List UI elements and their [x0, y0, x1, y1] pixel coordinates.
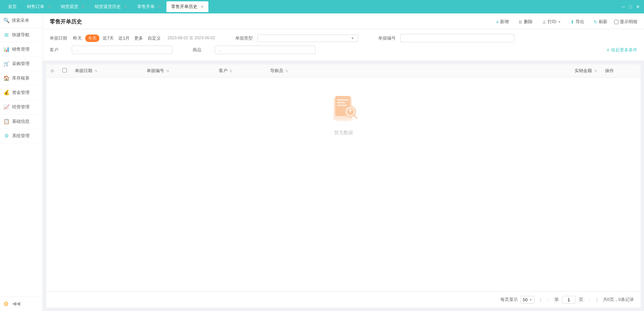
sidebar-search-label: 搜索采单 [12, 17, 29, 23]
sidebar-item-basic[interactable]: 📋 基础信息 [0, 114, 43, 129]
empty-icon [327, 91, 360, 124]
delete-label: 删除 [524, 19, 533, 25]
page-size-select[interactable]: 50 ▼ [521, 296, 535, 304]
sidebar-item-operation[interactable]: 📈 经营管理 [0, 100, 43, 114]
page-size-value: 50 [523, 297, 528, 302]
date-1month[interactable]: 近1月 [117, 35, 131, 42]
svg-rect-5 [337, 105, 347, 106]
sidebar-item-system[interactable]: ⚙ 系统管理 [0, 129, 43, 143]
basic-icon: 📋 [3, 118, 9, 124]
sidebar-settings-icon[interactable]: ⚙ [3, 300, 9, 308]
finance-icon: 💰 [3, 90, 9, 96]
tab-retail-open[interactable]: 零售开单 ✕ [133, 1, 166, 12]
empty-text: 暂无数据 [334, 130, 353, 136]
sidebar-item-system-label: 系统管理 [12, 133, 30, 139]
show-detail-checkbox[interactable] [614, 20, 618, 24]
collapse-button[interactable]: ∧ 收起更多条件 [606, 47, 637, 53]
page-header: 零售开单历史 + 新增 🗑 删除 🖨 打印 ▼ ⬆ 导出 [43, 13, 644, 29]
export-button[interactable]: ⬆ 导出 [568, 17, 587, 26]
type-label: 单据类型 [235, 35, 254, 41]
page-total: 共0页，0条记录 [603, 297, 634, 303]
col-number-label: 单据编号 [147, 68, 164, 73]
page-next-icon[interactable]: › [587, 296, 592, 303]
sidebar-collapse-icon[interactable]: ◀◀ [12, 300, 20, 308]
col-guide-sort[interactable]: ⇅ [285, 69, 288, 73]
window-minimize-icon[interactable]: ─ [621, 3, 626, 10]
sidebar-item-finance-label: 资金管理 [12, 90, 30, 96]
tab-retail-history-close[interactable]: ✕ [201, 5, 204, 9]
date-today[interactable]: 今天 [85, 35, 99, 42]
customer-select[interactable]: ... [72, 46, 172, 54]
col-date-sort[interactable]: ⇅ [95, 69, 97, 73]
inventory-icon: 🏠 [3, 75, 9, 81]
col-amount-sort[interactable]: ⇅ [594, 69, 597, 73]
page-last-icon[interactable]: ⟫ [594, 296, 600, 303]
svg-rect-3 [337, 99, 349, 101]
sidebar-item-inventory[interactable]: 🏠 库存核算 [0, 71, 43, 86]
col-action: 操作 [601, 64, 641, 77]
tab-sales-order-close[interactable]: ✕ [48, 5, 51, 9]
page-number-input[interactable] [562, 296, 576, 304]
refresh-icon: ↻ [594, 19, 597, 24]
sidebar-item-sales-label: 销售管理 [12, 46, 30, 52]
col-customer-label: 客户 [219, 68, 228, 73]
table-checkbox-th [58, 64, 71, 77]
sales-icon: 📊 [3, 46, 9, 52]
page-first-icon[interactable]: ⟪ [537, 296, 544, 303]
delete-button[interactable]: 🗑 删除 [515, 17, 535, 26]
tab-retail-open-label: 零售开单 [137, 4, 155, 10]
col-guide: 导购员 ⇅ [266, 64, 328, 77]
collapse-label: 收起更多条件 [611, 47, 637, 53]
search-icon: 🔍 [3, 17, 10, 23]
delete-icon: 🗑 [518, 19, 523, 24]
add-button[interactable]: + 新增 [494, 17, 512, 26]
data-table: ⚙ 单据日期 ⇅ 单据编号 ⇅ [46, 64, 641, 77]
window-maximize-icon[interactable]: □ [629, 3, 633, 10]
window-close-icon[interactable]: ✕ [635, 3, 641, 10]
tab-sales-return-history-close[interactable]: ✕ [124, 5, 127, 9]
col-amount: 实销金额 ⇅ [529, 64, 601, 77]
sidebar-item-finance[interactable]: 💰 资金管理 [0, 86, 43, 100]
tab-retail-history-label: 零售开单历史 [171, 4, 197, 10]
sidebar-item-purchase[interactable]: 🛒 采购管理 [0, 57, 43, 71]
system-icon: ⚙ [3, 133, 9, 139]
goods-select[interactable]: ... [215, 46, 315, 54]
page-prev-icon[interactable]: ‹ [545, 296, 551, 303]
show-detail-toggle[interactable]: 显示明细 [614, 19, 637, 25]
tab-sales-return-close[interactable]: ✕ [82, 5, 85, 9]
sidebar: 🔍 搜索采单 ⊞ 快捷导航 📊 销售管理 🛒 采购管理 🏠 库存核算 💰 资金管… [0, 13, 43, 311]
number-input[interactable] [400, 34, 514, 42]
refresh-button[interactable]: ↻ 刷新 [591, 17, 610, 26]
tab-sales-return-history[interactable]: 销货退货历史 ✕ [90, 1, 132, 12]
sidebar-item-sales[interactable]: 📊 销售管理 [0, 42, 43, 57]
print-dropdown-icon: ▼ [558, 20, 561, 24]
select-all-checkbox[interactable] [62, 68, 67, 72]
date-7days[interactable]: 近7天 [101, 35, 115, 42]
col-customer: 客户 ⇅ [215, 64, 266, 77]
tab-sales-order-label: 销售订单 [27, 4, 44, 10]
tab-home[interactable]: 首页 [3, 1, 21, 12]
col-date: 单据日期 ⇅ [71, 64, 143, 77]
table-gear-icon[interactable]: ⚙ [50, 68, 54, 73]
col-customer-sort[interactable]: ⇅ [230, 69, 232, 73]
refresh-label: 刷新 [599, 19, 607, 25]
page-actions: + 新增 🗑 删除 🖨 打印 ▼ ⬆ 导出 ↻ 刷新 [494, 17, 638, 26]
table-settings-th: ⚙ [46, 64, 58, 77]
filter-area: 单据日期 昨天 今天 近7天 近1月 更多 自定义 2023-06-02 至 2… [43, 29, 644, 61]
page-label: 第 [552, 296, 561, 304]
col-number-sort[interactable]: ⇅ [166, 69, 169, 73]
sidebar-search[interactable]: 🔍 搜索采单 [0, 13, 43, 28]
tab-retail-open-close[interactable]: ✕ [158, 5, 161, 9]
date-custom[interactable]: 自定义 [146, 35, 162, 42]
tab-sales-order[interactable]: 销售订单 ✕ [22, 1, 55, 12]
tab-retail-history[interactable]: 零售开单历史 ✕ [166, 1, 208, 12]
type-select[interactable]: ▼ [257, 35, 358, 42]
add-label: 新增 [500, 19, 509, 25]
date-more[interactable]: 更多 [133, 35, 144, 42]
export-label: 导出 [576, 19, 584, 25]
print-icon: 🖨 [542, 19, 546, 24]
print-button[interactable]: 🖨 打印 ▼ [539, 17, 564, 26]
sidebar-item-quick-nav[interactable]: ⊞ 快捷导航 [0, 28, 43, 42]
date-yesterday[interactable]: 昨天 [72, 35, 83, 42]
tab-sales-return[interactable]: 销货退货 ✕ [56, 1, 89, 12]
